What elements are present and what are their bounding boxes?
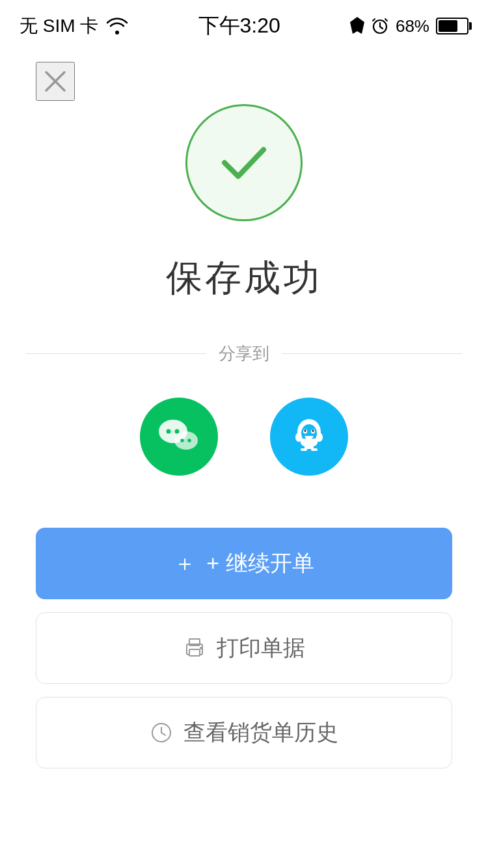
battery-icon xyxy=(436,18,468,34)
svg-point-10 xyxy=(174,431,198,450)
plus-icon: ＋ xyxy=(174,549,196,578)
svg-rect-20 xyxy=(301,448,307,451)
divider-line-left xyxy=(26,353,206,354)
svg-line-30 xyxy=(161,733,165,735)
svg-point-22 xyxy=(295,433,302,442)
qq-share-button[interactable] xyxy=(270,398,348,476)
checkmark-icon xyxy=(215,133,273,192)
status-right: 68% xyxy=(350,16,468,36)
svg-point-8 xyxy=(167,429,171,434)
svg-line-4 xyxy=(385,19,387,21)
success-title: 保存成功 xyxy=(166,254,322,303)
share-section: 分享到 xyxy=(0,342,488,476)
location-icon xyxy=(350,17,364,35)
history-button[interactable]: 查看销货单历史 xyxy=(36,697,452,768)
share-icons xyxy=(26,398,462,476)
svg-point-27 xyxy=(200,647,202,649)
qq-icon xyxy=(286,414,332,459)
printer-icon xyxy=(183,636,206,660)
continue-button[interactable]: ＋ + 继续开单 xyxy=(36,528,452,599)
battery-percent: 68% xyxy=(396,16,429,36)
status-left: 无 SIM 卡 xyxy=(20,14,128,38)
status-bar: 无 SIM 卡 下午3:20 68% xyxy=(0,0,488,52)
svg-point-17 xyxy=(305,429,306,432)
continue-label: + 继续开单 xyxy=(206,549,314,578)
status-time: 下午3:20 xyxy=(198,12,280,40)
success-circle xyxy=(185,104,303,221)
wifi-icon xyxy=(106,18,128,34)
action-buttons: ＋ + 继续开单 打印单据 查看销货单历史 xyxy=(0,528,488,768)
svg-point-12 xyxy=(187,439,191,442)
wechat-icon xyxy=(156,417,202,456)
print-button[interactable]: 打印单据 xyxy=(36,612,452,684)
svg-rect-26 xyxy=(189,649,200,656)
alarm-icon xyxy=(371,17,389,35)
svg-point-11 xyxy=(180,439,184,442)
history-label: 查看销货单历史 xyxy=(183,718,338,748)
clock-icon xyxy=(150,721,173,744)
divider-line-right xyxy=(282,353,462,354)
share-divider: 分享到 xyxy=(26,342,462,365)
main-content: 保存成功 分享到 xyxy=(0,52,488,768)
svg-point-9 xyxy=(175,429,180,434)
svg-line-2 xyxy=(380,27,383,29)
wechat-share-button[interactable] xyxy=(140,398,218,476)
no-sim-text: 无 SIM 卡 xyxy=(20,14,98,38)
share-label: 分享到 xyxy=(206,342,282,365)
svg-line-3 xyxy=(373,19,375,21)
print-label: 打印单据 xyxy=(217,633,305,663)
svg-point-23 xyxy=(316,433,323,442)
svg-rect-21 xyxy=(311,448,318,451)
svg-point-18 xyxy=(312,429,314,432)
close-icon xyxy=(42,68,68,94)
close-button[interactable] xyxy=(36,62,75,101)
